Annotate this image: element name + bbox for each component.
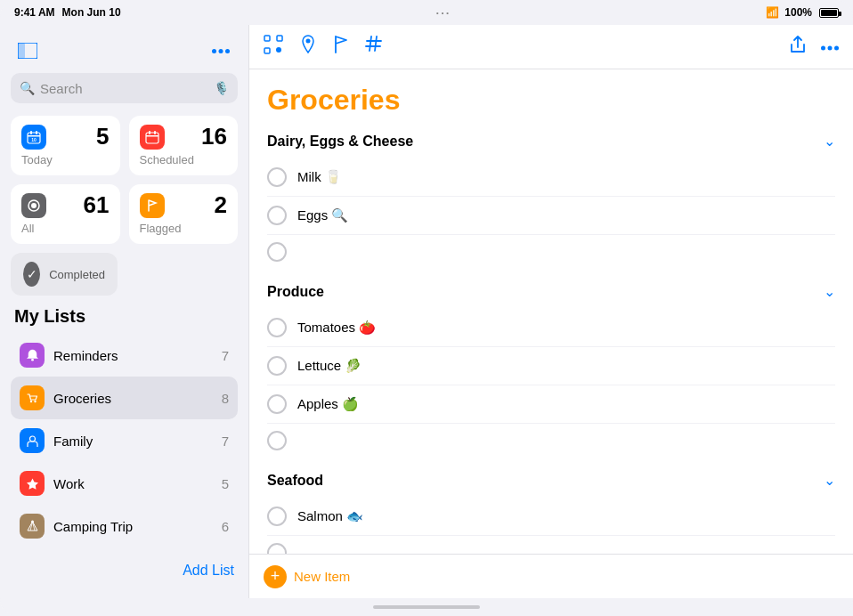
more-detail-icon[interactable] (821, 35, 839, 59)
svg-point-32 (828, 46, 833, 51)
status-time: 9:41 AM (14, 6, 55, 19)
toolbar-left (264, 35, 383, 59)
search-placeholder: Search (40, 81, 208, 96)
reminders-icon (20, 343, 45, 368)
smart-lists: 10 5 Today (0, 116, 248, 253)
tomatoes-checkbox[interactable] (267, 318, 287, 337)
reminders-count: 7 (222, 348, 229, 363)
new-item-icon: + (264, 565, 287, 588)
lettuce-checkbox[interactable] (267, 356, 287, 376)
ipad-frame: 9:41 AM Mon Jun 10 ··· 📶 100% (0, 0, 853, 616)
bottom-bar: + New Item (249, 554, 853, 598)
reminder-lettuce: Lettuce 🥬 (267, 347, 835, 385)
lettuce-text: Lettuce 🥬 (297, 358, 835, 374)
groceries-name: Groceries (53, 391, 213, 406)
status-bar-left: 9:41 AM Mon Jun 10 (14, 6, 121, 19)
list-item-camping[interactable]: Camping Trip 6 (11, 505, 238, 547)
svg-line-28 (375, 36, 377, 51)
microphone-icon[interactable]: 🎙️ (214, 81, 229, 95)
produce-chevron[interactable]: ⌄ (824, 283, 835, 300)
seafood-header: Seafood ⌄ (267, 472, 835, 489)
smart-list-all[interactable]: 61 All (11, 184, 120, 244)
flag-detail-icon[interactable] (333, 35, 349, 59)
work-count: 5 (222, 476, 229, 491)
scheduled-label: Scheduled (140, 153, 228, 166)
svg-point-2 (212, 49, 216, 53)
share-icon[interactable] (789, 35, 807, 59)
seafood-title: Seafood (267, 473, 323, 489)
svg-point-33 (834, 46, 839, 51)
family-icon (20, 428, 45, 453)
smart-list-scheduled[interactable]: 16 Scheduled (129, 116, 239, 175)
smart-list-flagged[interactable]: 2 Flagged (129, 184, 239, 244)
search-bar[interactable]: 🔍 Search 🎙️ (11, 73, 238, 103)
salmon-checkbox[interactable] (267, 507, 287, 526)
home-indicator (0, 598, 853, 616)
battery-label: 100% (784, 6, 812, 19)
salmon-emoji: 🐟 (346, 508, 363, 523)
section-dairy: Dairy, Eggs & Cheese ⌄ Milk 🥛 Eggs (267, 133, 835, 269)
flagged-icon (140, 193, 165, 218)
groceries-icon (20, 385, 45, 410)
completed-label: Completed (49, 268, 105, 281)
sidebar: 🔍 Search 🎙️ 10 (0, 25, 249, 598)
sidebar-top-bar (0, 32, 248, 73)
toolbar-right (789, 35, 839, 59)
svg-rect-10 (146, 133, 158, 143)
apples-emoji: 🍏 (342, 396, 359, 411)
svg-rect-24 (264, 48, 270, 53)
today-icon: 10 (21, 125, 46, 150)
section-produce: Produce ⌄ Tomatoes 🍅 Lettuce (267, 283, 835, 458)
sidebar-more-button[interactable] (207, 37, 234, 64)
eggs-emoji: 🔍 (331, 207, 348, 223)
milk-checkbox[interactable] (267, 167, 287, 187)
dairy-chevron[interactable]: ⌄ (824, 133, 835, 150)
reminder-tomatoes: Tomatoes 🍅 (267, 309, 835, 347)
svg-rect-6 (30, 131, 32, 134)
groceries-count: 8 (222, 391, 229, 406)
camping-name: Camping Trip (53, 519, 213, 534)
hashtag-icon[interactable] (365, 35, 383, 59)
scheduled-count: 16 (201, 125, 227, 148)
add-list-button[interactable]: Add List (0, 554, 248, 591)
scanner-icon[interactable] (264, 35, 283, 59)
list-item-groceries[interactable]: Groceries 8 (11, 377, 238, 419)
main-content: 🔍 Search 🎙️ 10 (0, 25, 853, 598)
completed-icon: ✓ (23, 262, 40, 287)
family-name: Family (53, 434, 213, 449)
home-bar (373, 605, 480, 609)
apples-checkbox[interactable] (267, 394, 287, 414)
svg-point-3 (219, 49, 223, 53)
section-seafood: Seafood ⌄ Salmon 🐟 (267, 472, 835, 554)
add-list-label: Add List (183, 563, 234, 578)
svg-rect-0 (18, 43, 25, 59)
family-count: 7 (222, 434, 229, 449)
list-item-family[interactable]: Family 7 (11, 419, 238, 462)
sidebar-toggle-button[interactable] (14, 37, 41, 64)
detail-content: Groceries Dairy, Eggs & Cheese ⌄ Milk 🥛 (249, 69, 853, 554)
location-icon[interactable] (299, 35, 317, 59)
produce-new-checkbox[interactable] (267, 431, 287, 450)
svg-point-31 (821, 46, 825, 51)
wifi-icon: 📶 (766, 6, 779, 19)
list-item-work[interactable]: Work 5 (11, 462, 238, 505)
seafood-chevron[interactable]: ⌄ (824, 472, 835, 489)
svg-rect-13 (146, 135, 158, 137)
reminders-name: Reminders (53, 348, 213, 363)
seafood-new-checkbox[interactable] (267, 543, 287, 554)
reminder-salmon: Salmon 🐟 (267, 498, 835, 536)
completed-card[interactable]: ✓ Completed (11, 253, 118, 296)
svg-rect-7 (36, 131, 37, 134)
eggs-text: Eggs 🔍 (297, 207, 835, 223)
battery-icon (819, 8, 839, 18)
svg-point-26 (306, 39, 311, 44)
eggs-checkbox[interactable] (267, 206, 287, 225)
smart-list-today[interactable]: 10 5 Today (11, 116, 120, 175)
dairy-new-checkbox[interactable] (267, 242, 287, 262)
all-icon (21, 193, 46, 218)
all-label: All (21, 222, 110, 235)
svg-point-19 (29, 436, 35, 442)
new-item-button[interactable]: + New Item (264, 565, 350, 588)
reminder-apples: Apples 🍏 (267, 385, 835, 424)
list-item-reminders[interactable]: Reminders 7 (11, 334, 238, 377)
